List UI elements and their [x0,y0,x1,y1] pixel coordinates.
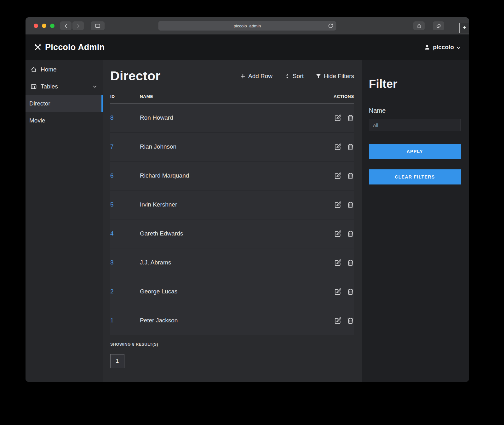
table-row: 8 Ron Howard [110,104,354,133]
edit-row-button[interactable] [334,114,341,122]
column-header-name: NAME [140,94,334,99]
row-id-link[interactable]: 3 [110,259,140,266]
app-header: Piccolo Admin piccolo [26,35,469,60]
row-id-link[interactable]: 7 [110,143,140,150]
row-name: Gareth Edwards [140,230,334,237]
sort-arrows-icon [284,73,290,79]
sidebar-item-home[interactable]: Home [26,61,103,78]
chevron-left-icon [64,24,68,28]
trash-icon [347,230,354,237]
row-id-link[interactable]: 6 [110,172,140,179]
plus-icon [240,73,246,79]
table-row: 1 Peter Jackson [110,306,354,335]
hide-filters-label: Hide Filters [324,73,354,80]
sidebar-item-label: Home [41,66,57,73]
apply-button[interactable]: APPLY [369,144,461,159]
sort-button[interactable]: Sort [284,73,304,80]
sidebar-item-label: Tables [41,83,58,90]
plus-icon: + [463,24,467,31]
page-title: Director [110,69,161,83]
new-tab-button[interactable]: + [459,23,469,33]
pagination-page-button[interactable]: 1 [110,354,124,368]
edit-row-button[interactable] [334,230,341,237]
table-row: 5 Irvin Kershner [110,190,354,219]
trash-icon [347,288,354,295]
delete-row-button[interactable] [347,201,354,208]
delete-row-button[interactable] [347,230,354,237]
back-button[interactable] [60,21,72,30]
sidebar-item-label: Movie [29,117,45,124]
table-row: 7 Rian Johnson [110,133,354,162]
edit-pencil-icon [334,143,341,150]
row-id-link[interactable]: 1 [110,317,140,324]
zoom-window-button[interactable] [50,24,54,28]
forward-button[interactable] [72,21,84,30]
delete-row-button[interactable] [347,114,354,122]
minimize-window-button[interactable] [42,24,46,28]
app-title: Piccolo Admin [45,42,105,52]
delete-row-button[interactable] [347,259,354,266]
delete-row-button[interactable] [347,143,354,150]
row-name: J.J. Abrams [140,259,334,266]
app-logo: Piccolo Admin [34,42,105,52]
funnel-icon [316,73,321,79]
row-id-link[interactable]: 8 [110,114,140,121]
delete-row-button[interactable] [347,172,354,179]
close-window-button[interactable] [34,24,38,28]
sidebar-panel-icon [95,23,100,29]
browser-titlebar: piccolo_admin + [26,17,469,35]
table-rows: 8 Ron Howard 7 Rian Johnson 6 Richard Ma… [110,104,354,335]
traffic-lights [34,24,54,28]
row-name: Richard Marquand [140,172,334,179]
edit-pencil-icon [334,201,341,208]
trash-icon [347,172,354,179]
edit-row-button[interactable] [334,143,341,150]
trash-icon [347,201,354,208]
hide-filters-button[interactable]: Hide Filters [316,73,354,80]
main-content: Director Add Row Sort Hide Filters [103,60,362,382]
row-id-link[interactable]: 5 [110,201,140,208]
edit-row-button[interactable] [334,259,341,266]
share-button[interactable] [413,21,425,30]
sidebar-item-label: Director [29,100,50,107]
reload-icon[interactable] [328,23,334,29]
home-icon [31,66,37,73]
tabs-overview-button[interactable] [433,21,444,30]
trash-icon [347,259,354,266]
trash-icon [347,143,354,150]
sidebar-item-movie[interactable]: Movie [26,112,103,129]
trash-icon [347,317,354,324]
user-menu[interactable]: piccolo [424,44,461,51]
edit-row-button[interactable] [334,172,341,179]
row-name: Irvin Kershner [140,201,334,208]
crossed-tools-icon [34,43,42,51]
name-filter-input[interactable] [369,119,461,131]
edit-row-button[interactable] [334,201,341,208]
sidebar-toggle-button[interactable] [91,21,105,30]
trash-icon [347,114,354,122]
edit-pencil-icon [334,317,341,324]
row-id-link[interactable]: 2 [110,288,140,295]
chevron-right-icon [76,24,81,28]
clear-filters-button[interactable]: CLEAR FILTERS [369,169,461,184]
edit-pencil-icon [334,259,341,266]
sidebar-item-tables[interactable]: Tables [26,78,103,95]
chevron-down-icon [92,84,98,89]
table-row: 4 Gareth Edwards [110,219,354,248]
tabs-icon [436,24,441,28]
row-id-link[interactable]: 4 [110,230,140,237]
edit-pencil-icon [334,288,341,295]
edit-row-button[interactable] [334,317,341,324]
sidebar-item-director[interactable]: Director [26,95,103,112]
filter-panel: Filter Name APPLY CLEAR FILTERS [362,60,469,382]
table-header: ID NAME ACTIONS [110,94,354,104]
row-name: Peter Jackson [140,317,334,324]
edit-row-button[interactable] [334,288,341,295]
filter-title: Filter [369,77,461,91]
table-row: 2 George Lucas [110,277,354,306]
address-bar[interactable]: piccolo_admin [158,21,336,31]
add-row-button[interactable]: Add Row [240,73,272,80]
delete-row-button[interactable] [347,317,354,324]
share-icon [417,24,421,28]
delete-row-button[interactable] [347,288,354,295]
